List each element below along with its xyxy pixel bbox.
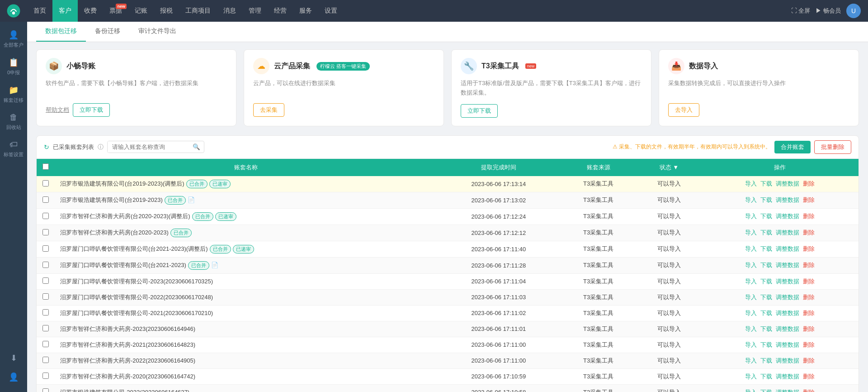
row-checkbox-5[interactable] xyxy=(42,262,49,268)
action-导入-4[interactable]: 导入 xyxy=(745,245,757,252)
action-调整数据-11[interactable]: 调整数据 xyxy=(776,357,799,364)
nav-service[interactable]: 服务 xyxy=(293,0,318,22)
row-checkbox-1[interactable] xyxy=(42,196,49,203)
user-avatar[interactable]: U xyxy=(846,4,861,18)
action-调整数据-7[interactable]: 调整数据 xyxy=(776,294,799,301)
action-导入-8[interactable]: 导入 xyxy=(745,310,757,316)
go-import-btn[interactable]: 去导入 xyxy=(668,103,699,117)
action-删除-12[interactable]: 删除 xyxy=(803,373,815,380)
tab-data-migration[interactable]: 数据包迁移 xyxy=(36,22,86,42)
action-调整数据-13[interactable]: 调整数据 xyxy=(776,389,799,392)
action-删除-4[interactable]: 删除 xyxy=(803,245,815,252)
action-删除-6[interactable]: 删除 xyxy=(803,278,815,285)
action-下载-4[interactable]: 下载 xyxy=(760,245,772,252)
sidebar-download[interactable]: ⬇ xyxy=(9,349,19,368)
member-btn[interactable]: ▶ 畅会员 xyxy=(816,7,841,15)
action-下载-0[interactable]: 下载 xyxy=(760,180,772,187)
row-checkbox-12[interactable] xyxy=(42,373,49,379)
row-checkbox-10[interactable] xyxy=(42,341,49,347)
action-删除-1[interactable]: 删除 xyxy=(803,196,815,203)
refresh-icon[interactable]: ↻ xyxy=(44,143,49,151)
action-调整数据-2[interactable]: 调整数据 xyxy=(776,213,799,220)
nav-operation[interactable]: 经营 xyxy=(268,0,293,22)
help-doc-link[interactable]: 帮助文档 xyxy=(46,106,69,114)
search-input[interactable] xyxy=(108,141,189,153)
row-checkbox-2[interactable] xyxy=(42,213,49,219)
go-collect-btn[interactable]: 去采集 xyxy=(253,103,284,117)
action-下载-11[interactable]: 下载 xyxy=(760,357,772,364)
merge-accounts-btn[interactable]: 合并账套 xyxy=(774,141,811,153)
action-下载-1[interactable]: 下载 xyxy=(760,196,772,203)
action-导入-12[interactable]: 导入 xyxy=(745,373,757,380)
action-下载-9[interactable]: 下载 xyxy=(760,325,772,332)
action-下载-5[interactable]: 下载 xyxy=(760,262,772,268)
action-调整数据-4[interactable]: 调整数据 xyxy=(776,245,799,252)
action-导入-7[interactable]: 导入 xyxy=(745,294,757,301)
select-all-checkbox[interactable] xyxy=(42,163,49,170)
row-checkbox-9[interactable] xyxy=(42,325,49,331)
nav-setting[interactable]: 设置 xyxy=(318,0,344,22)
sidebar-item-account-migration[interactable]: 📁 账套迁移 xyxy=(0,81,27,108)
action-导入-5[interactable]: 导入 xyxy=(745,262,757,268)
row-checkbox-7[interactable] xyxy=(42,293,49,300)
action-下载-8[interactable]: 下载 xyxy=(760,310,772,316)
action-导入-11[interactable]: 导入 xyxy=(745,357,757,364)
action-导入-0[interactable]: 导入 xyxy=(745,180,757,187)
action-删除-10[interactable]: 删除 xyxy=(803,341,815,348)
action-调整数据-10[interactable]: 调整数据 xyxy=(776,341,799,348)
action-删除-8[interactable]: 删除 xyxy=(803,310,815,316)
row-checkbox-0[interactable] xyxy=(42,180,49,186)
action-导入-6[interactable]: 导入 xyxy=(745,278,757,285)
sidebar-item-label-settings[interactable]: 🏷 标签设置 xyxy=(0,135,27,163)
tab-backup-migration[interactable]: 备份迁移 xyxy=(86,22,129,42)
action-下载-2[interactable]: 下载 xyxy=(760,213,772,220)
action-下载-13[interactable]: 下载 xyxy=(760,389,772,392)
nav-customer[interactable]: 客户 xyxy=(52,0,78,22)
action-调整数据-5[interactable]: 调整数据 xyxy=(776,262,799,268)
nav-manage[interactable]: 管理 xyxy=(242,0,268,22)
nav-bookkeeping[interactable]: 记账 xyxy=(128,0,154,22)
row-checkbox-13[interactable] xyxy=(42,388,49,392)
file-icon[interactable]: 📄 xyxy=(188,196,195,203)
action-调整数据-8[interactable]: 调整数据 xyxy=(776,310,799,316)
action-删除-3[interactable]: 删除 xyxy=(803,229,815,236)
nav-business[interactable]: 工商项目 xyxy=(179,0,217,22)
nav-message[interactable]: 消息 xyxy=(217,0,242,22)
nav-home[interactable]: 首页 xyxy=(27,0,52,22)
action-调整数据-9[interactable]: 调整数据 xyxy=(776,325,799,332)
row-checkbox-3[interactable] xyxy=(42,229,49,235)
action-下载-3[interactable]: 下载 xyxy=(760,229,772,236)
action-调整数据-6[interactable]: 调整数据 xyxy=(776,278,799,285)
action-删除-5[interactable]: 删除 xyxy=(803,262,815,268)
action-删除-7[interactable]: 删除 xyxy=(803,294,815,301)
action-导入-13[interactable]: 导入 xyxy=(745,389,757,392)
action-导入-10[interactable]: 导入 xyxy=(745,341,757,348)
nav-fee[interactable]: 收费 xyxy=(78,0,103,22)
row-checkbox-8[interactable] xyxy=(42,309,49,316)
download-now-btn-1[interactable]: 立即下载 xyxy=(73,103,110,117)
nav-tax[interactable]: 报税 xyxy=(154,0,179,22)
sidebar-item-zero-declaration[interactable]: 📋 0申报 xyxy=(0,53,27,81)
download-now-btn-3[interactable]: 立即下载 xyxy=(461,104,498,118)
action-调整数据-3[interactable]: 调整数据 xyxy=(776,229,799,236)
action-删除-13[interactable]: 删除 xyxy=(803,389,815,392)
sidebar-item-recycle[interactable]: 🗑 回收站 xyxy=(0,108,27,135)
tab-audit-export[interactable]: 审计文件导出 xyxy=(129,22,185,42)
action-删除-11[interactable]: 删除 xyxy=(803,357,815,364)
action-导入-1[interactable]: 导入 xyxy=(745,196,757,203)
action-导入-2[interactable]: 导入 xyxy=(745,213,757,220)
action-调整数据-0[interactable]: 调整数据 xyxy=(776,180,799,187)
action-下载-6[interactable]: 下载 xyxy=(760,278,772,285)
action-导入-3[interactable]: 导入 xyxy=(745,229,757,236)
action-调整数据-1[interactable]: 调整数据 xyxy=(776,196,799,203)
action-下载-7[interactable]: 下载 xyxy=(760,294,772,301)
file-icon[interactable]: 📄 xyxy=(211,262,218,268)
sidebar-item-all-customers[interactable]: 👤 全部客户 xyxy=(0,25,27,53)
action-下载-10[interactable]: 下载 xyxy=(760,341,772,348)
action-删除-2[interactable]: 删除 xyxy=(803,213,815,220)
action-导入-9[interactable]: 导入 xyxy=(745,325,757,332)
action-删除-0[interactable]: 删除 xyxy=(803,180,815,187)
action-删除-9[interactable]: 删除 xyxy=(803,325,815,332)
sidebar-profile[interactable]: 👤 xyxy=(9,368,19,387)
help-icon[interactable]: ⓘ xyxy=(98,143,104,151)
